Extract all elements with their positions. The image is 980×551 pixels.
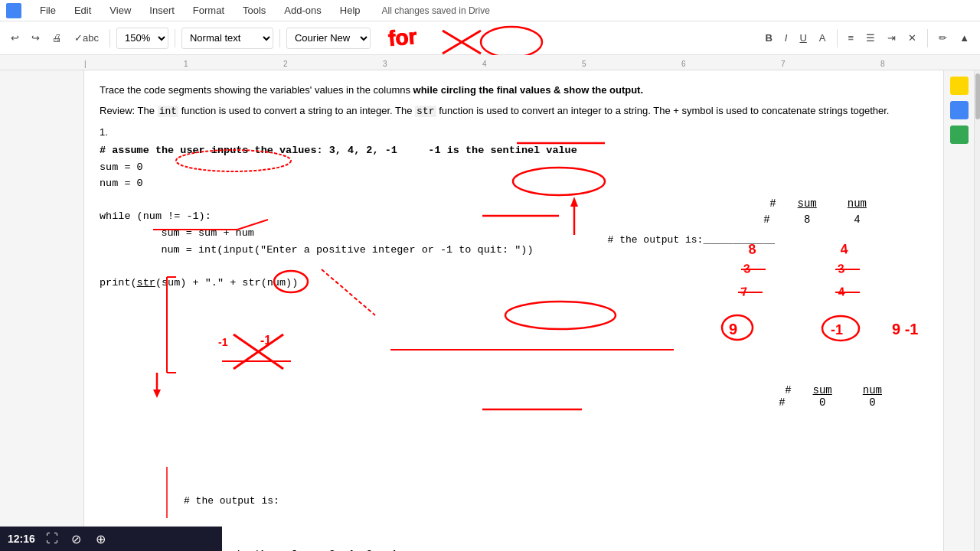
s1-table-hash2: # bbox=[763, 212, 782, 228]
s1-line1: sum = 0 bbox=[100, 159, 928, 176]
ruler-mark-4: 4 bbox=[482, 60, 487, 68]
toolbar: ↩ ↪ 🖨 ✓abc 150% Normal text Courier New … bbox=[0, 21, 980, 55]
s2-val0-num: 0 bbox=[848, 396, 897, 409]
menu-addons[interactable]: Add-ons bbox=[281, 3, 324, 18]
scrollbar-thumb[interactable] bbox=[975, 73, 980, 119]
ruler: | 1 2 3 4 5 6 7 8 bbox=[0, 55, 980, 70]
bold-button[interactable]: B bbox=[760, 29, 776, 47]
status-icon-stop[interactable]: ⊘ bbox=[69, 531, 84, 546]
s2-table-hash2: # bbox=[779, 396, 797, 409]
s1-table-hash1: # bbox=[763, 196, 782, 212]
panel-icon-2[interactable] bbox=[950, 101, 969, 119]
menu-help[interactable]: Help bbox=[337, 3, 364, 18]
s1-val1-num: 4 bbox=[832, 212, 882, 228]
menu-file[interactable]: File bbox=[37, 3, 59, 18]
intro-paragraph-2: Review: The int function is used to conv… bbox=[100, 103, 928, 120]
svg-text:for: for bbox=[387, 24, 418, 50]
str-function-ref: str bbox=[415, 106, 436, 117]
section-1-number: 1. bbox=[100, 125, 928, 140]
s1-comment: # assume the user inputs the values: 3, … bbox=[100, 142, 928, 159]
s2-trace-table: # sum num # 0 0 bbox=[779, 384, 897, 409]
s2-output-label: # the output is: bbox=[184, 495, 279, 507]
document-area[interactable]: Trace the code segments showing the vari… bbox=[84, 70, 943, 551]
print-button[interactable]: 🖨 bbox=[47, 29, 67, 47]
menu-format[interactable]: Format bbox=[190, 3, 227, 18]
edit-mode-button[interactable]: ✏ bbox=[934, 29, 952, 47]
ruler-mark-6: 6 bbox=[681, 60, 686, 68]
s1-output-label: # the output is:____________ bbox=[608, 233, 775, 248]
intro-text-2a: Review: The bbox=[100, 105, 158, 116]
toolbar-separator-3 bbox=[279, 29, 280, 47]
s1-line2: num = 0 bbox=[100, 175, 928, 192]
align-button[interactable]: ≡ bbox=[844, 29, 859, 47]
section-2-code: # assume the user inputs the values: 3, … bbox=[100, 546, 928, 551]
s2-table-hash1: # bbox=[779, 384, 797, 396]
s1-table-sum-header: sum bbox=[782, 196, 832, 212]
font-select[interactable]: Courier New bbox=[286, 28, 371, 49]
panel-icon-3[interactable] bbox=[950, 126, 969, 144]
italic-button[interactable]: I bbox=[780, 29, 792, 47]
s2-output-comment: # the output is: bbox=[184, 495, 279, 507]
font-color-button[interactable]: A bbox=[815, 29, 831, 47]
menu-bar: File Edit View Insert Format Tools Add-o… bbox=[0, 0, 980, 21]
app-icon bbox=[6, 3, 21, 18]
undo-button[interactable]: ↩ bbox=[6, 29, 24, 47]
int-function-ref: int bbox=[158, 106, 178, 117]
underline-button[interactable]: U bbox=[795, 29, 811, 47]
redo-button[interactable]: ↪ bbox=[27, 29, 44, 47]
save-status: All changes saved in Drive bbox=[382, 5, 490, 16]
ruler-mark-7: 7 bbox=[781, 60, 786, 68]
indent-button[interactable]: ⇥ bbox=[883, 29, 900, 47]
menu-edit[interactable]: Edit bbox=[71, 3, 94, 18]
s2-comment: # assume the user inputs the values: 3, … bbox=[100, 546, 928, 551]
s1-output-comment: # the output is:____________ bbox=[608, 234, 775, 246]
intro-text-1: Trace the code segments showing the vari… bbox=[100, 84, 643, 96]
s2-val0-sum: 0 bbox=[798, 396, 848, 409]
section-2-number: 2. bbox=[100, 528, 928, 543]
main-container: Trace the code segments showing the vari… bbox=[0, 70, 980, 551]
menu-insert[interactable]: Insert bbox=[146, 3, 178, 18]
document-content: Trace the code segments showing the vari… bbox=[100, 83, 928, 551]
ruler-mark-5: 5 bbox=[582, 60, 586, 68]
left-margin bbox=[0, 70, 84, 551]
status-icon-zoom[interactable]: ⊕ bbox=[93, 531, 109, 546]
menu-view[interactable]: View bbox=[106, 3, 134, 18]
s2-table-sum-header: sum bbox=[798, 384, 848, 396]
ruler-mark-0: | bbox=[84, 60, 87, 68]
list-button[interactable]: ☰ bbox=[861, 29, 880, 47]
s1-val1-sum: 8 bbox=[782, 212, 832, 228]
intro-paragraph-1: Trace the code segments showing the vari… bbox=[100, 83, 928, 99]
s1-body2: num = int(input("Enter a positive intege… bbox=[100, 242, 928, 259]
section-2-wrapper: 2. # assume the user inputs the values: … bbox=[100, 528, 928, 551]
menu-tools[interactable]: Tools bbox=[240, 3, 269, 18]
toolbar-separator-5 bbox=[927, 29, 928, 47]
ruler-mark-3: 3 bbox=[383, 60, 387, 68]
ruler-mark-2: 2 bbox=[283, 60, 288, 68]
status-bar: 12:16 ⛶ ⊘ ⊕ bbox=[0, 527, 222, 551]
panel-icon-1[interactable] bbox=[950, 77, 969, 95]
s1-table-num-header: num bbox=[832, 196, 882, 212]
toolbar-separator-4 bbox=[837, 29, 838, 47]
s1-trace-table: # sum num # 8 4 bbox=[763, 196, 882, 228]
intro-text-2c: function is used to convert an integer t… bbox=[436, 105, 890, 116]
clear-format-button[interactable]: ✕ bbox=[903, 29, 921, 47]
toolbar-separator-1 bbox=[109, 29, 110, 47]
toolbar-separator-2 bbox=[175, 29, 175, 47]
zoom-select[interactable]: 150% bbox=[116, 28, 168, 49]
expand-button[interactable]: ▲ bbox=[955, 29, 974, 47]
ruler-mark-8: 8 bbox=[880, 60, 885, 68]
s1-blank2 bbox=[100, 258, 928, 275]
svg-point-3 bbox=[481, 27, 542, 57]
ruler-mark-1: 1 bbox=[184, 60, 188, 68]
intro-text-2b: function is used to convert a string to … bbox=[178, 105, 415, 116]
scrollbar-right[interactable] bbox=[974, 70, 980, 551]
style-select[interactable]: Normal text bbox=[181, 28, 273, 49]
right-panel bbox=[943, 70, 974, 551]
s2-table-num-header: num bbox=[848, 384, 897, 396]
s1-print: print(str(sum) + "." + str(num)) bbox=[100, 275, 928, 292]
time-display: 12:16 bbox=[8, 533, 35, 545]
spellcheck-button[interactable]: ✓abc bbox=[70, 29, 103, 47]
status-icon-fullscreen[interactable]: ⛶ bbox=[44, 531, 60, 546]
